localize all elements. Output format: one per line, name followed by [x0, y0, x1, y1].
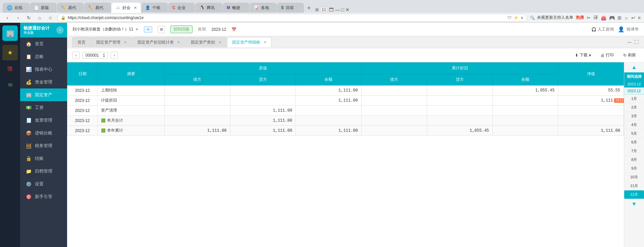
browser-tab-geshui[interactable]: 👤 个税 [141, 3, 168, 13]
prev-page-button[interactable]: ‹ [72, 52, 80, 59]
new-tab-button[interactable]: + [304, 3, 314, 13]
tab-depreciation-stats[interactable]: 固定资产折旧统计表 ✕ [132, 37, 185, 47]
reload-button[interactable]: ↻ [25, 14, 33, 22]
download-button[interactable]: ⬇ 下载 ▾ [572, 51, 594, 59]
game-icon[interactable]: 🎮 [609, 15, 615, 20]
maximize-icon[interactable]: □ [341, 7, 344, 12]
menu-icon[interactable]: ≡ [638, 15, 641, 20]
sidebar-item-invoice[interactable]: 🧾 发票管理 [20, 114, 67, 127]
hot-search-label[interactable]: 热搜 [576, 15, 584, 20]
translate-icon[interactable]: 译 [593, 15, 598, 21]
th-orig-balance: 余额 [296, 74, 362, 85]
sidebar-item-ledger[interactable]: 📋 总账 [20, 50, 67, 63]
tab-close-asset-management[interactable]: ✕ [124, 40, 127, 45]
period-month-5[interactable]: 5月 [624, 129, 644, 138]
sidebar-item-settings[interactable]: ⚙️ 设置 [20, 178, 67, 190]
sidebar-mail-icon[interactable]: ✉ [2, 77, 18, 92]
home-button[interactable]: ⌂ [36, 14, 44, 22]
next-page-button[interactable]: › [111, 52, 118, 59]
sidebar-item-tax[interactable]: 🧮 税务管理 [20, 139, 67, 152]
period-month-12[interactable]: 12月 [624, 190, 644, 199]
tab-home[interactable]: 首页 [72, 37, 91, 47]
tab-minimize-icon[interactable]: — [627, 40, 632, 45]
tab-label-asset-detail: 固定资产明细账 [232, 40, 260, 45]
print-button[interactable]: 🖨 打印 [598, 51, 616, 59]
browser-tab-online[interactable]: 🌐 在线 [3, 3, 30, 13]
cell-acc-balance-5 [492, 126, 558, 136]
assets-icon: 🏢 [25, 92, 32, 98]
browser-tab-enterprise[interactable]: C 企业 [168, 3, 195, 13]
sidebar-item-home[interactable]: 🏠 首页 [20, 38, 67, 50]
browser-tab-yidai2[interactable]: ✏️ 易代 [84, 3, 111, 13]
browser-tab-close-haohui[interactable]: ✕ [134, 6, 137, 10]
sidebar-item-closing[interactable]: 🔒 结账 [20, 152, 67, 165]
browser-tab-haohui[interactable]: ☁️ 好会 ✕ [111, 3, 141, 13]
sidebar-star-icon[interactable]: ★ [2, 45, 18, 60]
company-selector[interactable]: 刘小艳演示账套（勿删勿动！）11 ▼ [72, 26, 139, 32]
browser-tab-yidai1[interactable]: ✏️ 易代 [57, 3, 84, 13]
browser-tab-gedi[interactable]: 📊 各地 [250, 3, 277, 13]
sidebar-item-reports[interactable]: 📊 报表中心 [20, 63, 67, 76]
settings-small-button[interactable]: ⚙ [158, 26, 165, 33]
user-area[interactable]: 👤 徐译华 [618, 26, 639, 33]
switch-version-button[interactable]: 切到旧版 [170, 25, 193, 33]
tab-asset-detail[interactable]: 固定资产明细账 ✕ [227, 37, 272, 47]
sidebar-weibo-icon[interactable]: 微 [2, 61, 18, 76]
period-scroll-down[interactable]: ▼ [624, 199, 644, 209]
period-month-10[interactable]: 10月 [624, 173, 644, 182]
notification-badge[interactable]: 11 [320, 7, 328, 13]
tab-settings-icon[interactable]: ⊞ [315, 7, 319, 12]
period-month-3[interactable]: 3月 [624, 112, 644, 121]
wallet-icon[interactable]: 👛 [601, 15, 606, 20]
sidebar-item-inventory[interactable]: 📦 进销台账 [20, 127, 67, 139]
refresh-button[interactable]: ↻ 刷新 [621, 51, 639, 59]
calendar-icon[interactable]: 📅 [231, 27, 236, 32]
browser-tab-tencent[interactable]: 🐧 腾讯 [196, 3, 222, 13]
add-company-button[interactable]: + [144, 26, 152, 33]
address-bar[interactable]: 🔒 https://cloud.chanjet.com/accounting/u… [57, 14, 527, 22]
browser-tab-muqian[interactable]: S 目前 [277, 3, 304, 13]
period-month-4[interactable]: 4月 [624, 121, 644, 129]
period-month-8[interactable]: 8月 [624, 156, 644, 164]
period-month-1[interactable]: 1月 [624, 95, 644, 103]
tab-asset-category[interactable]: 固定资产类别 ✕ [186, 37, 226, 47]
page-number-box: 000001 1 [83, 52, 108, 59]
browser-tab-new[interactable]: 📄 新版 [30, 3, 57, 13]
restore-icon[interactable]: 🗖 [329, 7, 334, 12]
sidebar-item-payroll[interactable]: 💵 工资 [20, 101, 67, 114]
sidebar-item-guide[interactable]: 🎯 新手引导 [20, 190, 67, 203]
tab-asset-management[interactable]: 固定资产管理 ✕ [91, 37, 132, 47]
period-scroll-up[interactable]: ▲ [624, 62, 644, 72]
window-close-icon[interactable]: ✕ [345, 7, 350, 12]
tab-close-asset-detail[interactable]: ✕ [264, 40, 267, 45]
period-month-2[interactable]: 2月 [624, 103, 644, 112]
th-accumulated-depreciation: 累计折旧 [361, 63, 558, 74]
nav-right-actions: ⬇ 下载 ▾ 🖨 打印 ↻ 刷新 [572, 51, 639, 59]
back-button[interactable]: ‹ [3, 14, 11, 22]
tab-expand-icon[interactable]: ⛶ [634, 40, 639, 45]
tab-close-depreciation-stats[interactable]: ✕ [177, 40, 180, 45]
tab-close-asset-category[interactable]: ✕ [218, 40, 221, 45]
bookmark-button[interactable]: ☆ [46, 14, 54, 22]
browser-tab-changjie[interactable]: M 畅捷 [223, 3, 250, 13]
grid-icon[interactable]: ⊞ [618, 15, 622, 20]
period-month-9[interactable]: 9月 [624, 164, 644, 173]
search-area[interactable]: 🔍 央视更新主持人名单 [530, 15, 573, 20]
undo-icon[interactable]: ↩ [631, 15, 635, 20]
tab-label-asset-category: 固定资产类别 [191, 40, 215, 45]
collapse-sidebar-button[interactable]: « [56, 26, 64, 34]
brightness-icon[interactable]: ☼ [624, 15, 629, 20]
period-month-11[interactable]: 11月 [624, 182, 644, 190]
sidebar-item-funds[interactable]: 💰 资金管理 [20, 76, 67, 88]
forward-button[interactable]: › [14, 14, 22, 22]
dropdown-arrow-icon[interactable]: ∨ [521, 15, 524, 20]
support-button[interactable]: 🎧 人工咨询 [591, 26, 614, 32]
period-month-7[interactable]: 7月 [624, 147, 644, 156]
sidebar-item-archive[interactable]: 📁 归档管理 [20, 165, 67, 178]
cell-orig-balance-1: 1,111.00 [296, 85, 362, 96]
sidebar-logo-icon[interactable]: 🏢 [2, 25, 18, 41]
minimize-icon[interactable]: — [335, 7, 340, 12]
sidebar-item-assets[interactable]: 🏢 固定资产 [20, 88, 67, 101]
scissors-icon[interactable]: ✂ [587, 15, 591, 20]
period-month-6[interactable]: 6月 [624, 138, 644, 147]
